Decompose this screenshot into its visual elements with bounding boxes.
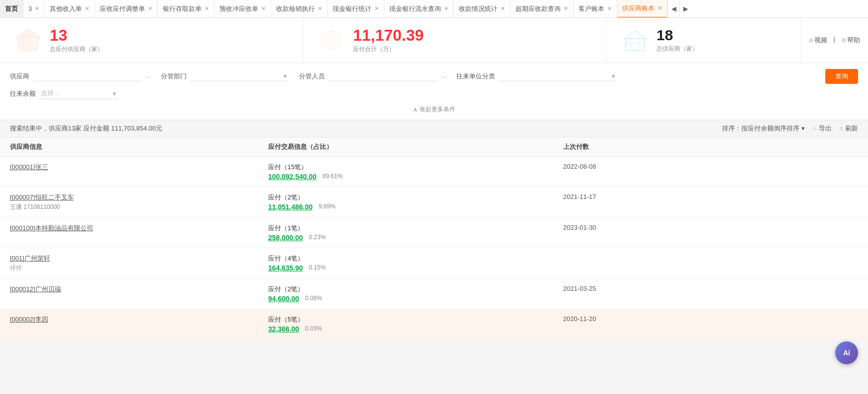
tx-amount-2[interactable]: 11,051,486.00 [268, 203, 313, 211]
nav-tab-other-income-close[interactable]: ✕ [85, 5, 89, 12]
nav-next-arrow[interactable]: ▶ [679, 0, 691, 18]
help-link[interactable]: 帮助 [847, 36, 860, 45]
last-pay-1: 2022-08-08 [563, 163, 858, 170]
supplier-link-6[interactable]: [000002]李四 [10, 315, 268, 324]
nav-tab-bank-deposit[interactable]: 银行存取款单 ✕ [158, 0, 215, 18]
filter-category-label: 往来单位分类 [456, 72, 495, 81]
nav-tab-overdue-query[interactable]: 超期应收款查询 ✕ [510, 0, 574, 18]
refresh-button[interactable]: ○ 刷新 [840, 124, 858, 133]
tx-percent-5: 0.08% [305, 295, 322, 302]
tx-amount-5[interactable]: 94,600.00 [268, 295, 299, 303]
tx-info-1: 应付（15笔） 100,092,540.00 89.61% [268, 163, 563, 181]
tx-percent-3: 0.23% [309, 234, 326, 241]
tx-amount-1[interactable]: 100,092,540.00 [268, 173, 316, 181]
nav-tab-cash-flow-query-close[interactable]: ✕ [444, 5, 448, 12]
table-row: [000002]李四 应付（5笔） 32,366.00 0.03% 2020-1… [0, 309, 868, 339]
summary-card-payable-suppliers: 13 总应付供应商（家） [0, 18, 303, 63]
filter-row-2: 往来余额 选择... ▾ [10, 88, 858, 99]
nav-tab-customer-account-close[interactable]: ✕ [607, 5, 612, 12]
separator: 丨 [831, 36, 838, 45]
filter-area: 供应商 ··· 分管部门 ▾ 分管人员 ··· 往来单位分类 ▾ 查询 [0, 63, 868, 120]
export-button[interactable]: ○ 导出 [813, 124, 831, 133]
supplier-link-3[interactable]: [000100]本特勤油品有限公司 [10, 224, 268, 233]
balance-select[interactable]: 选择... ▾ [39, 88, 118, 99]
nav-tab-collect-exec-close[interactable]: ✕ [318, 5, 322, 12]
person-input[interactable] [328, 71, 437, 81]
nav-tab-collect-exec[interactable]: 收款核销执行 ✕ [271, 0, 328, 18]
nav-prev-arrow[interactable]: ◀ [667, 0, 679, 18]
nav-tab-supplier-account[interactable]: 供应商账本 ✕ [617, 0, 667, 18]
nav-tab-cash-bank-stat-close[interactable]: ✕ [374, 5, 379, 12]
col-header-tx: 应付交易信息（占比） [268, 142, 563, 151]
nav-tab-3-label: 3 [28, 5, 32, 12]
table-body: [000001]张三 应付（15笔） 100,092,540.00 89.61%… [0, 157, 868, 339]
grain-icon [318, 27, 345, 54]
collapse-button[interactable]: ∧ 收起更多条件 [10, 103, 858, 116]
video-link[interactable]: 视频 [814, 36, 827, 45]
dept-select[interactable]: ▾ [190, 71, 289, 81]
nav-tab-prepay-collect-close[interactable]: ✕ [261, 5, 266, 12]
nav-tab-collect-stat[interactable]: 收款情况统计 ✕ [454, 0, 510, 18]
supplier-link-2[interactable]: [000007]恒旺二手叉车 [10, 193, 268, 202]
supplier-link-4[interactable]: [001]广州荣轩 [10, 254, 268, 263]
last-pay-5: 2021-03-25 [563, 285, 858, 292]
card-total-suppliers-content: 18 总供应商（家） [656, 28, 698, 53]
supplier-info-4: [001]广州荣轩 仔仔 [10, 254, 268, 272]
tx-percent-1: 89.61% [322, 173, 343, 180]
tx-label-1: 应付（15笔） [268, 163, 563, 172]
table-row: [000007]恒旺二手叉车 王通 17106110000 应付（2笔） 11,… [0, 187, 868, 218]
person-dots-btn[interactable]: ··· [441, 73, 446, 80]
tx-label-3: 应付（1笔） [268, 224, 563, 233]
tx-percent-2: 9.89% [319, 203, 336, 210]
total-payable-label: 应付合计（万） [353, 45, 424, 54]
nav-tab-collect-stat-close[interactable]: ✕ [501, 5, 505, 12]
tx-label-4: 应付（4笔） [268, 254, 563, 263]
nav-tab-supplier-account-close[interactable]: ✕ [657, 5, 662, 11]
supplier-link-5[interactable]: [000012]广州贝瑞 [10, 285, 268, 294]
nav-tab-overdue-query-close[interactable]: ✕ [564, 5, 568, 12]
supplier-link-1[interactable]: [000001]张三 [10, 163, 268, 172]
nav-tab-home-label: 首页 [5, 4, 18, 13]
refresh-label: 刷新 [845, 125, 858, 132]
category-select[interactable]: ▾ [498, 71, 617, 81]
summary-card-total-payable: 11,170.39 应付合计（万） [303, 18, 607, 63]
tx-amount-3[interactable]: 258,000.00 [268, 234, 303, 242]
nav-tab-ap-adjust-close[interactable]: ✕ [148, 5, 152, 12]
tx-percent-4: 0.15% [309, 264, 326, 271]
tx-amount-6[interactable]: 32,366.00 [268, 325, 299, 333]
sort-arrow[interactable]: ▾ [801, 125, 805, 132]
table-row: [000100]本特勤油品有限公司 应付（1笔） 258,000.00 0.23… [0, 218, 868, 248]
card-payable-suppliers-content: 13 总应付供应商（家） [50, 27, 103, 54]
nav-tab-cash-flow-query[interactable]: 现金银行流水查询 ✕ [384, 0, 454, 18]
tx-info-5: 应付（2笔） 94,600.00 0.08% [268, 285, 563, 303]
tx-amount-4[interactable]: 164,635.90 [268, 264, 303, 272]
nav-tab-customer-account[interactable]: 客户账本 ✕ [574, 0, 617, 18]
diamond-icon [15, 27, 42, 54]
tx-info-2: 应付（2笔） 11,051,486.00 9.89% [268, 193, 563, 211]
collapse-label: 收起更多条件 [420, 105, 455, 114]
nav-tab-prepay-collect[interactable]: 预收冲应收单 ✕ [215, 0, 271, 18]
filter-person-label: 分管人员 [299, 72, 325, 81]
nav-tab-3[interactable]: 3 ✕ [23, 0, 45, 18]
query-button[interactable]: 查询 [825, 69, 858, 84]
supplier-input[interactable] [32, 71, 142, 81]
nav-tab-3-close[interactable]: ✕ [35, 5, 39, 12]
nav-tab-prepay-collect-label: 预收冲应收单 [219, 4, 258, 13]
table-header: 供应商信息 应付交易信息（占比） 上次付数 [0, 137, 868, 157]
nav-tab-bank-deposit-close[interactable]: ✕ [205, 5, 209, 12]
svg-rect-17 [640, 42, 644, 46]
nav-tab-other-income[interactable]: 其他收入单 ✕ [45, 0, 95, 18]
nav-tab-ap-adjust[interactable]: 应收应付调整单 ✕ [95, 0, 158, 18]
nav-tab-cash-bank-stat[interactable]: 现金银行统计 ✕ [328, 0, 384, 18]
supplier-info-2: [000007]恒旺二手叉车 王通 17106110000 [10, 193, 268, 211]
tx-percent-6: 0.03% [305, 325, 322, 332]
svg-rect-13 [626, 39, 645, 51]
supplier-dots-btn[interactable]: ··· [145, 73, 151, 80]
sort-text: 排序：按应付余额倒序排序 [722, 125, 799, 132]
tx-info-6: 应付（5笔） 32,366.00 0.03% [268, 315, 563, 333]
nav-tab-home[interactable]: 首页 [0, 0, 23, 18]
tx-info-4: 应付（4笔） 164,635.90 0.15% [268, 254, 563, 272]
filter-category: 往来单位分类 ▾ [456, 71, 617, 81]
table-row: [000012]广州贝瑞 应付（2笔） 94,600.00 0.08% 2021… [0, 279, 868, 309]
tx-label-5: 应付（2笔） [268, 285, 563, 294]
